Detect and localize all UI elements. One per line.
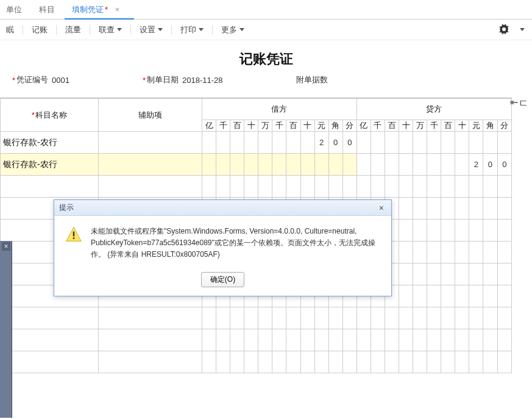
- debit-digit[interactable]: [342, 176, 356, 198]
- debit-digit[interactable]: [286, 351, 300, 373]
- credit-digit[interactable]: [413, 176, 427, 198]
- credit-digit[interactable]: [427, 198, 441, 220]
- credit-digit[interactable]: [385, 154, 399, 176]
- debit-digit[interactable]: [342, 351, 356, 373]
- credit-digit[interactable]: [483, 198, 497, 220]
- credit-digit[interactable]: [371, 307, 385, 329]
- debit-digit[interactable]: [286, 132, 300, 154]
- debit-digit[interactable]: [258, 176, 272, 198]
- credit-digit[interactable]: [427, 242, 441, 263]
- chevron-down-icon[interactable]: [514, 22, 528, 37]
- credit-digit[interactable]: [399, 220, 413, 242]
- credit-digit[interactable]: [371, 154, 385, 176]
- debit-digit[interactable]: [216, 307, 230, 329]
- credit-digit[interactable]: [441, 154, 455, 176]
- debit-digit[interactable]: [300, 351, 314, 373]
- debit-digit[interactable]: [202, 176, 216, 198]
- debit-digit[interactable]: 2: [314, 132, 328, 154]
- credit-digit[interactable]: [497, 263, 511, 285]
- credit-digit[interactable]: [427, 132, 441, 154]
- credit-digit[interactable]: [469, 307, 483, 329]
- debit-digit[interactable]: [328, 307, 342, 329]
- toolbar-link[interactable]: 联查: [98, 23, 123, 37]
- credit-digit[interactable]: [427, 263, 441, 285]
- aux-cell[interactable]: [98, 176, 202, 198]
- credit-digit[interactable]: [483, 285, 497, 307]
- debit-digit[interactable]: [286, 176, 300, 198]
- debit-digit[interactable]: [202, 132, 216, 154]
- credit-digit[interactable]: [371, 176, 385, 198]
- credit-digit[interactable]: [399, 263, 413, 285]
- credit-digit[interactable]: [497, 307, 511, 329]
- aux-cell[interactable]: [98, 329, 202, 351]
- credit-digit[interactable]: [371, 132, 385, 154]
- acct-cell[interactable]: 银行存款-农行: [1, 154, 99, 176]
- close-icon[interactable]: ×: [115, 5, 120, 14]
- panel-expand-icon[interactable]: ⊏: [519, 96, 527, 108]
- credit-digit[interactable]: [469, 242, 483, 263]
- credit-digit[interactable]: [455, 154, 469, 176]
- credit-digit[interactable]: [399, 132, 413, 154]
- credit-digit[interactable]: [356, 176, 371, 198]
- credit-digit[interactable]: [441, 176, 455, 198]
- credit-digit[interactable]: [455, 307, 469, 329]
- debit-digit[interactable]: [258, 154, 272, 176]
- toolbar-settings[interactable]: 设置: [138, 23, 164, 37]
- close-icon[interactable]: ×: [377, 203, 386, 213]
- credit-digit[interactable]: [497, 285, 511, 307]
- aux-cell[interactable]: [98, 307, 202, 329]
- credit-digit[interactable]: [356, 307, 371, 329]
- debit-digit[interactable]: [328, 154, 342, 176]
- debit-digit[interactable]: [230, 176, 244, 198]
- credit-digit[interactable]: [441, 242, 455, 263]
- credit-digit[interactable]: [385, 307, 399, 329]
- credit-digit[interactable]: [356, 351, 371, 373]
- attachment-field[interactable]: 附单据数: [296, 74, 328, 85]
- credit-digit[interactable]: [413, 220, 427, 242]
- debit-digit[interactable]: 0: [342, 132, 356, 154]
- refresh-icon[interactable]: [497, 22, 511, 37]
- credit-digit[interactable]: [483, 220, 497, 242]
- debit-digit[interactable]: [202, 351, 216, 373]
- credit-digit[interactable]: [413, 351, 427, 373]
- aux-cell[interactable]: [98, 154, 202, 176]
- date-field[interactable]: *制单日期 2018-11-28: [143, 74, 223, 85]
- credit-digit[interactable]: [413, 263, 427, 285]
- credit-digit[interactable]: [483, 307, 497, 329]
- debit-digit[interactable]: [244, 329, 258, 351]
- credit-digit[interactable]: [455, 263, 469, 285]
- credit-digit[interactable]: [413, 132, 427, 154]
- credit-digit[interactable]: [455, 220, 469, 242]
- debit-digit[interactable]: [230, 154, 244, 176]
- credit-digit[interactable]: [455, 329, 469, 351]
- credit-digit[interactable]: [441, 263, 455, 285]
- debit-digit[interactable]: [300, 132, 314, 154]
- credit-digit[interactable]: [385, 329, 399, 351]
- credit-digit[interactable]: [455, 242, 469, 263]
- credit-digit[interactable]: [356, 132, 371, 154]
- credit-digit[interactable]: [483, 351, 497, 373]
- credit-digit[interactable]: [385, 176, 399, 198]
- voucher-row[interactable]: [1, 351, 512, 373]
- debit-digit[interactable]: [314, 329, 328, 351]
- tab-voucher[interactable]: 填制凭证* ×: [71, 1, 121, 19]
- credit-digit[interactable]: [356, 154, 371, 176]
- credit-digit[interactable]: [399, 242, 413, 263]
- credit-digit[interactable]: [413, 329, 427, 351]
- acct-cell[interactable]: 银行存款-农行: [1, 132, 99, 154]
- debit-digit[interactable]: [244, 132, 258, 154]
- debit-digit[interactable]: [300, 329, 314, 351]
- credit-digit[interactable]: [455, 176, 469, 198]
- credit-digit[interactable]: [469, 285, 483, 307]
- debit-digit[interactable]: [202, 154, 216, 176]
- credit-digit[interactable]: [469, 220, 483, 242]
- debit-digit[interactable]: [244, 307, 258, 329]
- credit-digit[interactable]: [483, 132, 497, 154]
- debit-digit[interactable]: [272, 176, 286, 198]
- debit-digit[interactable]: [272, 154, 286, 176]
- debit-digit[interactable]: [300, 176, 314, 198]
- credit-digit[interactable]: [483, 176, 497, 198]
- credit-digit[interactable]: [427, 176, 441, 198]
- aux-cell[interactable]: [98, 132, 202, 154]
- credit-digit[interactable]: [469, 329, 483, 351]
